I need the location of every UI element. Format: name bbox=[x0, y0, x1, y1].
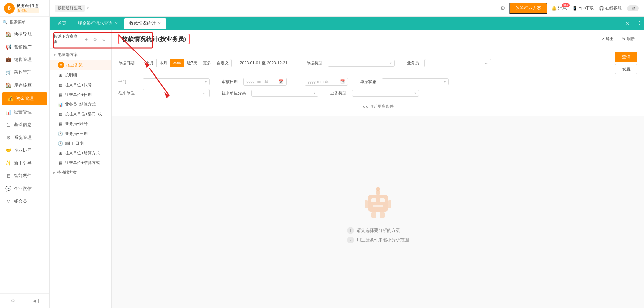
message-button[interactable]: 🔔 消息 99+ bbox=[551, 5, 567, 11]
collapse-bar[interactable]: ∧∧ 收起更多条件 bbox=[118, 101, 637, 112]
tree-item-staff-settlement[interactable]: 📊 业务员+结算方式 bbox=[50, 100, 111, 109]
partner-cat-select[interactable]: ▾ bbox=[251, 90, 318, 97]
add-scheme-button[interactable]: + bbox=[83, 36, 90, 43]
sidebar-item-enterprise[interactable]: 🤝 企业协同 bbox=[0, 144, 49, 157]
sidebar-settings-btn[interactable]: ⚙ bbox=[3, 296, 23, 305]
sidebar-item-quick-nav[interactable]: 🏠 快捷导航 bbox=[0, 28, 49, 41]
tree-item-unit-date[interactable]: ▦ 往来单位+日期 bbox=[50, 90, 111, 100]
audit-date-start[interactable]: yyyy-mm-dd 📅 bbox=[243, 78, 287, 86]
tree-item-unit-settle2[interactable]: ▦ 往来单位+结算方式 bbox=[50, 158, 111, 168]
tab-collection-close[interactable]: ✕ bbox=[158, 21, 161, 26]
user-avatar[interactable]: Rit bbox=[627, 5, 639, 11]
date-label: 单据日期 bbox=[118, 60, 137, 66]
tree-item-dept-date[interactable]: 🕐 部门+日期 bbox=[50, 139, 111, 148]
sidebar-item-guide[interactable]: ✨ 新手引导 bbox=[0, 157, 49, 169]
staff-select[interactable]: ··· bbox=[424, 59, 491, 67]
tab-collection[interactable]: 收款情况统计 ✕ bbox=[124, 18, 166, 29]
finance-icon: 💰 bbox=[7, 96, 13, 102]
tab-collection-label: 收款情况统计 bbox=[129, 20, 156, 27]
date-tab-custom[interactable]: 自定义 bbox=[214, 59, 232, 67]
trial-button[interactable]: 体验行业方案 bbox=[509, 3, 547, 14]
tab-close-all-icon[interactable]: ✕ bbox=[624, 19, 631, 28]
tree-item-unit-dept[interactable]: ▦ 按往来单位+部门+收... bbox=[50, 109, 111, 119]
audit-date-section: 审核日期 bbox=[222, 79, 238, 85]
audit-date-end[interactable]: yyyy-mm-dd 📅 bbox=[305, 78, 348, 86]
tree-item-staff-date[interactable]: 🕐 业务员+日期 bbox=[50, 129, 111, 139]
refresh-button[interactable]: ↻ 刷新 bbox=[619, 35, 637, 43]
tree-item-by-staff[interactable]: ⊕ 按业务员 bbox=[50, 60, 111, 70]
date-tab-7days[interactable]: 近7天 bbox=[184, 59, 200, 67]
tab-maximize-icon[interactable]: ⛶ bbox=[633, 19, 641, 28]
app-download-link[interactable]: 📱 App下载 bbox=[572, 5, 594, 11]
staff-settlement-icon: 📊 bbox=[58, 102, 63, 107]
partner-select[interactable]: ··· bbox=[143, 89, 210, 97]
filter-sidebar-icons: + ⚙ « bbox=[83, 36, 107, 43]
sidebar-item-basic[interactable]: 🗂 基础信息 bbox=[0, 118, 49, 131]
sidebar-collapse-btn[interactable]: ◀ ‖ bbox=[26, 296, 47, 305]
sidebar-item-finance[interactable]: 💰 资金管理 bbox=[2, 92, 47, 105]
date-tab-this-year[interactable]: 本年 bbox=[170, 59, 184, 67]
sidebar-item-label: 企业微信 bbox=[14, 186, 32, 192]
hint-num-2: 2 bbox=[347, 237, 354, 243]
sidebar-item-wechat[interactable]: 💬 企业微信 bbox=[0, 182, 49, 195]
unit-account-icon: ▦ bbox=[58, 83, 63, 88]
search-menu[interactable]: 🔍 搜索菜单 bbox=[0, 17, 49, 28]
query-button[interactable]: 查询 bbox=[615, 52, 637, 62]
tab-home[interactable]: 首页 bbox=[52, 18, 72, 29]
export-button[interactable]: ↗ 导出 bbox=[598, 35, 616, 43]
tree-item-unit-account[interactable]: ▦ 往来单位+账号 bbox=[50, 80, 111, 90]
tree-item-unit-settle1[interactable]: ⊞ 往来单位+结算方式 bbox=[50, 148, 111, 158]
settings-button[interactable]: 设置 bbox=[615, 64, 637, 74]
tree-item-by-detail[interactable]: ⊞ 按明细 bbox=[50, 70, 111, 80]
date-tab-last-month[interactable]: 上月 bbox=[143, 59, 156, 67]
collapse-sidebar-button[interactable]: « bbox=[100, 36, 107, 43]
sidebar-item-sales[interactable]: 💼 销售管理 bbox=[0, 53, 49, 66]
biz-type-select[interactable]: ▾ bbox=[352, 90, 419, 97]
date-tab-more[interactable]: 更多 bbox=[200, 59, 214, 67]
doc-status-label: 单据状态 bbox=[360, 79, 376, 84]
date-tab-this-month[interactable]: 本月 bbox=[156, 59, 170, 67]
system-icon: ⚙ bbox=[5, 135, 11, 141]
svg-rect-8 bbox=[371, 212, 376, 218]
settings-icon[interactable]: ⚙ bbox=[500, 5, 505, 11]
tree-item-staff-account[interactable]: ▦ 业务员+账号 bbox=[50, 119, 111, 129]
tree-group-desktop-header[interactable]: ▼ 电脑端方案 bbox=[50, 50, 111, 60]
tab-bank-label: 现金银行流水查询 bbox=[78, 20, 113, 27]
audit-end-placeholder: yyyy-mm-dd bbox=[308, 79, 340, 84]
app-name: 畅捷通好生意 bbox=[17, 3, 39, 8]
doc-status-select[interactable]: ▾ bbox=[382, 78, 449, 85]
sidebar-item-hardware[interactable]: 🖥 智能硬件 bbox=[0, 169, 49, 182]
dept-select[interactable]: ▾ bbox=[143, 78, 210, 85]
sidebar-item-member[interactable]: V 畅会员 bbox=[0, 195, 49, 208]
svg-rect-2 bbox=[380, 198, 385, 202]
partner-label: 往来单位 bbox=[118, 90, 137, 96]
tree-group-desktop: ▼ 电脑端方案 ⊕ 按业务员 ⊞ 按明细 ▦ 往来单位+账号 bbox=[50, 50, 111, 168]
tree-item-label: 业务员+账号 bbox=[65, 121, 88, 127]
doc-type-select[interactable]: ▾ bbox=[328, 60, 395, 67]
sidebar-item-label: 基础信息 bbox=[14, 122, 32, 128]
app-download-label: App下载 bbox=[579, 5, 594, 11]
svg-rect-9 bbox=[380, 212, 385, 218]
filter-sidebar-title: 按以下方案查询 bbox=[54, 34, 80, 45]
logo-icon: 6 bbox=[4, 3, 15, 14]
tree-group-arrow: ▼ bbox=[53, 53, 56, 57]
breadcrumb-text: 畅捷通好生意 bbox=[55, 5, 85, 12]
tree-group-mobile-header[interactable]: ▶ 移动端方案 bbox=[50, 168, 111, 177]
tab-bank-close[interactable]: ✕ bbox=[115, 21, 118, 26]
tree-item-label: 按业务员 bbox=[66, 62, 83, 68]
doc-status-arrow: ▾ bbox=[444, 80, 446, 84]
sidebar-item-label: 企业协同 bbox=[14, 147, 32, 153]
hint-num-1: 1 bbox=[347, 227, 354, 234]
operations-icon: 📊 bbox=[5, 109, 11, 115]
partner-cat-section: 往来单位分类 bbox=[222, 90, 246, 96]
scheme-settings-button[interactable]: ⚙ bbox=[91, 36, 99, 43]
filter-tree: ▼ 电脑端方案 ⊕ 按业务员 ⊞ 按明细 ▦ 往来单位+账号 bbox=[50, 49, 111, 308]
sidebar-item-system[interactable]: ⚙ 系统管理 bbox=[0, 131, 49, 144]
sidebar-item-operations[interactable]: 📊 经营管理 bbox=[0, 106, 49, 118]
member-icon: V bbox=[5, 198, 11, 204]
sidebar-item-inventory[interactable]: 🏠 库存核算 bbox=[0, 79, 49, 92]
online-service-link[interactable]: 🎧 在线客服 bbox=[599, 5, 622, 11]
sidebar-item-marketing[interactable]: 📢 营销推广 bbox=[0, 41, 49, 53]
tab-bank[interactable]: 现金银行流水查询 ✕ bbox=[72, 18, 123, 29]
sidebar-item-purchase[interactable]: 🛒 采购管理 bbox=[0, 66, 49, 79]
